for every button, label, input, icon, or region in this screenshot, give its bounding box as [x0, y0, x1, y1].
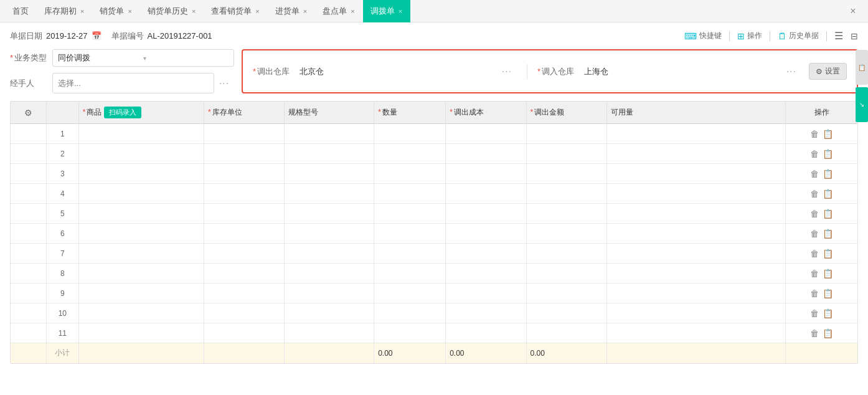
row-seq: 3 [47, 164, 79, 184]
tab-close-icon[interactable]: × [399, 7, 402, 15]
table-scroll-area[interactable]: ⚙ *商品 扫码录入 *库存单位 规格型号 [11, 102, 857, 363]
operate-label: 操作 [747, 31, 762, 41]
layout-toggle-button[interactable]: ☰ [834, 30, 843, 42]
shortcut-button[interactable]: ⌨ 快捷键 [684, 31, 722, 41]
th-qty: *数量 [374, 102, 446, 124]
tab-home[interactable]: 首页 [5, 0, 37, 22]
tab-transfer[interactable]: 调拨单 × [363, 0, 410, 22]
warehouse-in-label: * 调入仓库 [537, 66, 574, 77]
sidebar-expand-button[interactable]: ↗ [856, 87, 868, 122]
layout-grid-button[interactable]: ⊟ [851, 31, 858, 41]
delete-icon[interactable]: 🗑 [810, 288, 819, 298]
settings-button[interactable]: ⚙ 设置 [809, 63, 847, 80]
calendar-icon[interactable]: 📅 [92, 31, 101, 40]
copy-icon[interactable]: 📋 [823, 308, 833, 318]
table-header-row: ⚙ *商品 扫码录入 *库存单位 规格型号 [11, 102, 857, 124]
tab-label: 盘点单 [323, 6, 347, 17]
biz-type-dropdown[interactable]: 同价调拨 ▾ [52, 49, 234, 67]
person-select-input[interactable] [58, 76, 209, 90]
warehouse-section: * 调出仓库 北京仓 ··· * 调入仓库 上海仓 ··· ⚙ 设置 [242, 49, 858, 93]
person-input[interactable] [52, 73, 214, 93]
subtotal-label: 小计 [55, 348, 70, 357]
sidebar-note-button[interactable]: 📋 [856, 50, 868, 85]
tab-close-icon[interactable]: × [303, 7, 307, 15]
row-seq: 5 [47, 204, 79, 224]
table-row: 8 🗑 📋 [11, 264, 857, 283]
biz-type-value: 同价调拨 [58, 52, 143, 64]
warehouse-in-field: * 调入仓库 上海仓 ··· [537, 66, 801, 77]
delete-icon[interactable]: 🗑 [810, 308, 819, 318]
subtotal-amount: 0.00 [531, 349, 545, 358]
copy-icon[interactable]: 📋 [823, 229, 833, 239]
doc-number-label: 单据编号 [111, 31, 144, 42]
divider [770, 31, 770, 41]
scan-button[interactable]: 扫码录入 [104, 107, 141, 118]
tab-label: 调拨单 [370, 6, 395, 17]
row-seq: 2 [47, 144, 79, 164]
tab-close-icon[interactable]: × [255, 7, 259, 15]
tab-label: 库存期初 [44, 6, 77, 17]
copy-icon[interactable]: 📋 [823, 189, 833, 199]
layout-icon: ☰ [834, 30, 843, 42]
tab-sales-order[interactable]: 销货单 × [92, 0, 139, 22]
doc-date-field: 单据日期 2019-12-27 📅 [10, 31, 101, 42]
warehouse-in-value: 上海仓 [584, 66, 776, 77]
doc-number-field: 单据编号 AL-20191227-001 [111, 31, 212, 42]
delete-icon[interactable]: 🗑 [810, 249, 819, 259]
table-row: 2 🗑 📋 [11, 144, 857, 164]
tab-close-icon[interactable]: × [128, 7, 131, 15]
column-gear-icon[interactable]: ⚙ [24, 108, 32, 118]
right-sidebar: 📋 ↗ [856, 50, 868, 122]
delete-icon[interactable]: 🗑 [810, 209, 819, 219]
copy-icon[interactable]: 📋 [823, 269, 833, 278]
row-seq: 9 [47, 283, 79, 303]
copy-icon[interactable]: 📋 [823, 249, 833, 259]
warehouse-out-label: * 调出仓库 [253, 66, 290, 77]
history-button[interactable]: 🗒 历史单据 [778, 31, 819, 41]
th-settings[interactable]: ⚙ [11, 102, 47, 124]
tab-inventory-init[interactable]: 库存期初 × [37, 0, 92, 22]
tab-bar: 首页 库存期初 × 销货单 × 销货单历史 × 查看销货单 × 进货单 × 盘点… [0, 0, 868, 22]
delete-icon[interactable]: 🗑 [810, 169, 819, 179]
person-more-button[interactable]: ··· [214, 78, 234, 89]
tab-close-icon[interactable]: × [80, 7, 84, 15]
copy-icon[interactable]: 📋 [823, 149, 833, 159]
warehouse-out-more-button[interactable]: ··· [497, 66, 517, 77]
copy-icon[interactable]: 📋 [823, 169, 833, 179]
copy-icon[interactable]: 📋 [823, 288, 833, 298]
delete-icon[interactable]: 🗑 [810, 229, 819, 239]
row-seq: 10 [47, 303, 79, 323]
tab-close-icon[interactable]: × [351, 7, 354, 15]
copy-icon[interactable]: 📋 [823, 209, 833, 219]
tab-view-sales[interactable]: 查看销货单 × [204, 0, 267, 22]
window-close-button[interactable]: × [843, 1, 863, 21]
copy-icon[interactable]: 📋 [823, 328, 833, 338]
tab-inventory[interactable]: 盘点单 × [315, 0, 362, 22]
doc-actions: ⌨ 快捷键 ⊞ 操作 🗒 历史单据 ☰ ⊟ [684, 30, 858, 42]
history-label: 历史单据 [789, 31, 819, 41]
th-available: 可用量 [606, 102, 786, 124]
data-table: ⚙ *商品 扫码录入 *库存单位 规格型号 [11, 102, 857, 363]
person-label: 经手人 [10, 78, 47, 89]
layout-grid-icon: ⊟ [851, 31, 858, 41]
delete-icon[interactable]: 🗑 [810, 189, 819, 199]
operate-button[interactable]: ⊞ 操作 [737, 31, 762, 41]
table-row: 5 🗑 📋 [11, 204, 857, 224]
gear-icon: ⚙ [816, 67, 823, 76]
biz-type-field: *业务类型 同价调拨 ▾ [10, 49, 234, 67]
delete-icon[interactable]: 🗑 [810, 129, 819, 139]
table-row: 4 🗑 📋 [11, 184, 857, 204]
tab-purchase[interactable]: 进货单 × [268, 0, 315, 22]
tab-close-icon[interactable]: × [192, 7, 196, 15]
delete-icon[interactable]: 🗑 [810, 328, 819, 338]
data-table-wrap: ⚙ *商品 扫码录入 *库存单位 规格型号 [10, 101, 858, 364]
row-seq: 4 [47, 184, 79, 204]
subtotal-qty: 0.00 [378, 349, 392, 358]
subtotal-row: 小计 0.00 0.00 0.00 [11, 343, 857, 363]
warehouse-in-more-button[interactable]: ··· [781, 66, 801, 77]
copy-icon[interactable]: 📋 [823, 129, 833, 139]
delete-icon[interactable]: 🗑 [810, 149, 819, 159]
delete-icon[interactable]: 🗑 [810, 269, 819, 278]
tab-sales-history[interactable]: 销货单历史 × [140, 0, 204, 22]
th-unit: *库存单位 [204, 102, 285, 124]
